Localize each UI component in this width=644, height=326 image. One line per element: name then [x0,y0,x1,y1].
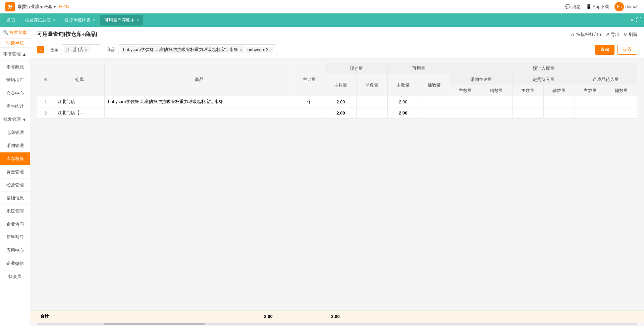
col-purchase-transit-aux: 辅数量 [481,85,512,96]
sidebar-item-finance[interactable]: 资金管理 [0,166,30,179]
goods-tag1-close[interactable]: × [239,47,242,52]
refresh-action[interactable]: ↻ 刷新 [624,32,637,38]
row-current-main-2: 2.00 [325,107,356,119]
table-row: 1 江北门店 babycare学饮杯 儿童防摔防撞吸管杯重力球吸嘴杯宝宝水杯 个… [37,96,637,107]
warehouse-filter-group: 仓库 江北门店 × ... [50,44,101,55]
sidebar-item-wholesale[interactable]: 批发管理 ▼ [0,113,30,126]
export-action[interactable]: ↗ 导出 [606,32,620,38]
tab-maximize[interactable]: ⛶ [636,17,641,23]
logo-icon: 好 [5,2,15,11]
col-current-main: 主数量 [325,74,356,96]
top-bar-right: 💬 消息 📱 App下载 Ea demo2 [565,2,639,11]
row-inbound-main-1 [512,96,543,107]
goods-tag1: babycare学饮杯 儿童防摔防撞吸管杯重力球吸嘴杯宝宝水杯 × [121,46,244,53]
tab-bar: 首页 收发存汇总表 × 要货单统计表 × 可用量库存账本 × × ⛶ [0,13,644,27]
filter-toggle-button[interactable]: » [37,46,44,53]
row-inbound-main-2 [512,107,543,119]
warehouse-input[interactable]: 江北门店 × ... [61,44,101,55]
scroll-thumb[interactable] [104,323,205,325]
row-products-aux-2 [606,107,637,119]
filter-bar: » 仓库 江北门店 × ... 商品 babycare学饮杯 儿童防摔防撞吸管杯… [30,41,644,59]
sidebar-quick-nav[interactable]: 快捷导航 [0,39,30,48]
sidebar-item-purchase[interactable]: 采购管理 [0,139,30,152]
tab-available-close[interactable]: × [137,18,139,22]
sidebar-item-retail-stats[interactable]: 零售统计 [0,100,30,113]
message-link[interactable]: 💬 消息 [565,4,581,10]
refresh-icon: ↻ [624,32,627,37]
row-inbound-aux-1 [543,96,575,107]
tab-bar-right: × ⛶ [630,17,641,23]
sidebar-item-enterprise-collab[interactable]: 企业协同 [0,218,30,231]
search-icon: 🔍 [3,30,8,35]
tab-order-label: 要货单统计表 [64,17,91,23]
col-available-qty-header: 可用量 [387,63,450,74]
sidebar-item-member-center[interactable]: 会员中心 [0,87,30,100]
company-selector[interactable]: 母婴行业演示账套 ▾ [17,4,56,10]
page-actions: 🖨 按模板打印 ▾ ↗ 导出 ↻ 刷新 [571,32,637,38]
warehouse-more-dots[interactable]: ... [91,47,95,52]
sidebar-search[interactable]: 🔍 搜索菜单 [0,27,30,39]
tab-home[interactable]: 首页 [3,15,19,26]
row-available-aux-1 [419,96,450,107]
top-bar-left: 好 母婴行业演示账套 ▾ 标准版 [5,2,70,11]
row-warehouse-2: 江北门店【... [54,107,105,119]
settings-button[interactable]: 设置 [617,45,637,55]
sidebar-item-marketing[interactable]: 营销推广 [0,74,30,87]
row-current-aux-2 [356,107,387,119]
footer-current-main: 2.00 [252,314,285,319]
warehouse-tag-close[interactable]: × [85,47,88,52]
sidebar-item-operations[interactable]: 经营管理 [0,179,30,192]
tab-available-inventory[interactable]: 可用量库存账本 × [100,15,143,26]
warehouse-tag: 江北门店 × [64,46,90,53]
warehouse-filter-label: 仓库 [50,47,58,53]
col-available-main: 主数量 [387,74,419,96]
tab-receipt-close[interactable]: × [53,18,55,22]
sidebar-item-app-center[interactable]: 应用中心 [0,244,30,257]
col-inbound-pending-header: 进货待入量 [512,74,575,85]
settings-icon[interactable]: ⚙ [44,77,48,82]
col-settings[interactable]: ⚙ [37,63,54,96]
message-icon: 💬 [565,4,571,9]
sidebar-item-retail-mall[interactable]: 零售商城 [0,61,30,74]
goods-filter-group: 商品 babycare学饮杯 儿童防摔防撞吸管杯重力球吸嘴杯宝宝水杯 × bab… [107,44,276,55]
avatar: Ea [614,2,624,11]
goods-tag2: babycare?... [246,47,274,53]
query-button[interactable]: 查询 [595,45,614,55]
sidebar-item-new-guide[interactable]: 新手引导 [0,231,30,244]
company-name: 母婴行业演示账套 [17,4,52,10]
sidebar-item-vip[interactable]: 畅会员 [0,270,30,283]
goods-input[interactable]: babycare学饮杯 儿童防摔防撞吸管杯重力球吸嘴杯宝宝水杯 × babyca… [118,44,276,55]
print-action[interactable]: 🖨 按模板打印 ▾ [571,32,602,38]
user-profile[interactable]: Ea demo2 [614,2,639,11]
row-current-aux-1 [356,96,387,107]
export-icon: ↗ [606,32,609,37]
row-available-main-2: 2.00 [387,107,419,119]
sidebar-item-sys-mgmt[interactable]: 系统管理 [0,205,30,218]
row-purchase-transit-aux-2 [481,107,512,119]
filter-actions: 查询 设置 [595,45,637,55]
sidebar-item-inventory[interactable]: 库存核算 [0,152,30,166]
main-layout: 🔍 搜索菜单 快捷导航 零售管理 ▲ 零售商城 营销推广 会员中心 零售统计 批… [0,27,644,326]
badge-label: 标准版 [59,4,70,9]
sidebar-item-basic-info[interactable]: 基础信息 [0,192,30,205]
content-area: 可用量查询(按仓库+商品) 🖨 按模板打印 ▾ ↗ 导出 ↻ 刷新 [30,27,644,326]
table-row: 2 江北门店【... 2.00 2.00 [37,107,637,119]
footer-available-main: 2.00 [319,314,352,319]
col-products-aux: 辅数量 [606,85,637,96]
col-available-aux: 辅数量 [419,74,450,96]
sidebar-item-retail-mgmt[interactable]: 零售管理 ▲ [0,48,30,61]
sidebar-item-enterprise-wechat[interactable]: 企业微信 [0,257,30,270]
tab-order-close[interactable]: × [93,18,95,22]
sidebar-item-ecommerce[interactable]: 电商管理 [0,126,30,139]
row-available-main-1: 2.00 [387,96,419,107]
row-products-aux-1 [606,96,637,107]
horizontal-scrollbar[interactable] [30,322,644,326]
col-purchase-transit-header: 采购在途量 [450,74,512,85]
row-products-main-1 [575,96,606,107]
phone-icon: 📱 [586,4,591,9]
app-download-link[interactable]: 📱 App下载 [586,4,609,10]
tab-receipt-summary[interactable]: 收发存汇总表 × [21,15,59,26]
tab-order-stats[interactable]: 要货单统计表 × [60,15,99,26]
tab-close-all[interactable]: × [630,17,633,23]
print-arrow: ▾ [599,32,602,37]
